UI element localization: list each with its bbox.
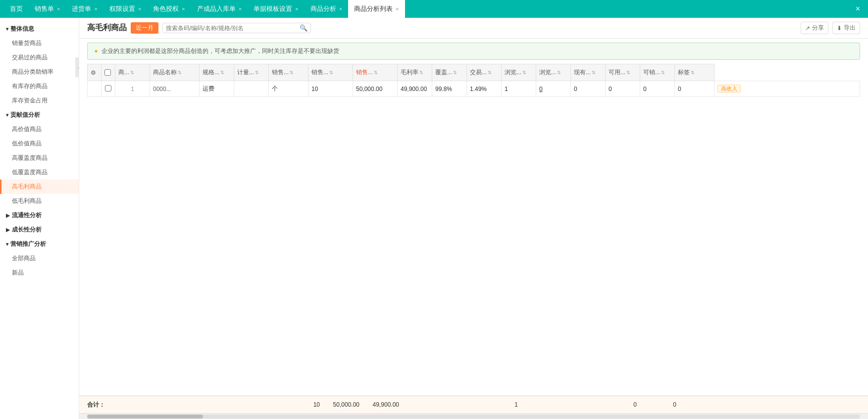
cell-sales-profit: 49,900.00 <box>398 81 432 97</box>
sidebar-item-new-goods[interactable]: 新品 <box>0 266 79 280</box>
nav-analysis-list[interactable]: 商品分析列表 × <box>348 0 405 18</box>
close-icon[interactable]: × <box>295 6 298 12</box>
close-icon[interactable]: × <box>57 6 60 12</box>
filter-recent-month-button[interactable]: 近一月 <box>131 22 158 34</box>
sidebar-item-low-coverage[interactable]: 低覆盖度商品 <box>0 165 79 180</box>
sidebar-item-high-value[interactable]: 高价值商品 <box>0 122 79 137</box>
nav-home[interactable]: 首页 <box>4 0 29 18</box>
col-available-stock[interactable]: 可用...⇅ <box>606 64 640 81</box>
chevron-down-icon: ▾ <box>6 112 8 118</box>
sort-icon: ⇅ <box>419 70 423 75</box>
sidebar-section-circulation[interactable]: ▶ 流通性分析 <box>0 208 79 223</box>
sidebar-item-low-value[interactable]: 低价值商品 <box>0 137 79 151</box>
footer-total-label: 合计： <box>87 401 127 409</box>
nav-product-inbound[interactable]: 产成品入库单 × <box>191 0 248 18</box>
close-icon[interactable]: × <box>94 6 97 12</box>
col-sales-amount[interactable]: 销售...⇅ <box>308 64 353 81</box>
nav-role[interactable]: 角色授权 × <box>147 0 191 18</box>
cell-unit: 个 <box>269 81 308 97</box>
sidebar-item-high-coverage[interactable]: 高覆盖度商品 <box>0 151 79 165</box>
footer-sales-amount: 50,000.00 <box>323 401 362 408</box>
col-spec[interactable]: 规格...⇅ <box>200 64 234 81</box>
close-icon[interactable]: × <box>182 6 185 12</box>
sort-icon: ⇅ <box>661 70 665 75</box>
sidebar-item-stock-goods[interactable]: 有库存的商品 <box>0 79 79 93</box>
col-sales-profit[interactable]: 销售...⇅ <box>353 64 398 81</box>
search-box: 🔍 <box>162 23 311 33</box>
scrollbar-thumb[interactable] <box>87 415 203 419</box>
row-checkbox[interactable] <box>105 85 111 92</box>
export-icon: ⬇ <box>837 25 842 32</box>
cell-browse1[interactable]: 0 <box>536 81 571 97</box>
sort-icon: ⇅ <box>626 70 630 75</box>
nav-sales[interactable]: 销售单 × <box>29 0 66 18</box>
horizontal-scrollbar[interactable] <box>79 413 868 419</box>
cell-coverage: 1.49% <box>467 81 502 97</box>
col-transaction[interactable]: 交易...⇅ <box>467 64 502 81</box>
sidebar-section-marketing[interactable]: ▾ 营销推广分析 <box>0 237 79 251</box>
col-browse1[interactable]: 浏览...⇅ <box>502 64 536 81</box>
cell-name-code: 0000... <box>150 81 200 97</box>
content-area: 高毛利商品 近一月 🔍 ↗ 分享 ⬇ 导出 ✦ 企业的主要的利润都是这部分商品创… <box>79 18 868 419</box>
cell-settings <box>88 81 102 97</box>
footer-sales-qty: 10 <box>283 401 323 408</box>
close-icon[interactable]: × <box>138 6 141 12</box>
sort-icon: ⇅ <box>557 70 561 75</box>
col-browse2[interactable]: 浏览...⇅ <box>536 64 571 81</box>
col-checkbox[interactable] <box>102 64 115 81</box>
close-icon[interactable]: × <box>239 6 242 12</box>
sidebar-item-category-rate[interactable]: 商品分类助销率 <box>0 65 79 79</box>
cell-product-name: 运费 <box>200 81 234 97</box>
info-icon: ✦ <box>94 48 99 55</box>
export-button[interactable]: ⬇ 导出 <box>832 22 860 34</box>
nav-template[interactable]: 单据模板设置 × <box>248 0 304 18</box>
cell-transaction: 1 <box>502 81 536 97</box>
sort-icon: ⇅ <box>329 70 333 75</box>
footer-sales-profit: 49,900.00 <box>362 401 402 408</box>
col-sales-qty[interactable]: 销售...⇅ <box>269 64 308 81</box>
col-unit[interactable]: 计量...⇅ <box>234 64 269 81</box>
cell-checkbox[interactable] <box>102 81 115 97</box>
chevron-right-icon: ▶ <box>6 227 10 233</box>
content-header: 高毛利商品 近一月 🔍 ↗ 分享 ⬇ 导出 <box>79 18 868 39</box>
close-icon[interactable]: × <box>339 6 342 12</box>
sidebar-section-overall[interactable]: ▾ 整体信息 <box>0 22 79 36</box>
col-tag[interactable]: 标签⇅ <box>675 64 715 81</box>
col-settings[interactable]: ⚙ <box>88 64 102 81</box>
sort-icon: ⇅ <box>220 70 224 75</box>
window-close-icon[interactable]: × <box>852 4 864 13</box>
sort-icon: ⇅ <box>178 70 182 75</box>
col-gross-margin[interactable]: 毛利率⇅ <box>398 64 432 81</box>
sidebar-item-low-margin[interactable]: 低毛利商品 <box>0 194 79 208</box>
footer-total-row: 合计： 10 50,000.00 49,900.00 1 0 0 <box>79 395 868 413</box>
nav-product-analysis[interactable]: 商品分析 × <box>305 0 348 18</box>
search-input[interactable] <box>166 25 300 32</box>
search-icon: 🔍 <box>300 24 307 32</box>
close-icon[interactable]: × <box>396 6 399 12</box>
col-saleable-stock[interactable]: 可销...⇅ <box>640 64 675 81</box>
sidebar-collapse-button[interactable]: « <box>75 57 79 77</box>
table-header-row: ⚙ 商...⇅ 商品名称⇅ 规格...⇅ <box>88 64 860 81</box>
sidebar-section-growth[interactable]: ▶ 成长性分析 <box>0 223 79 237</box>
cell-saleable-stock: 0 <box>675 81 715 97</box>
sidebar-section-contribution[interactable]: ▾ 贡献值分析 <box>0 108 79 122</box>
col-name[interactable]: 商品名称⇅ <box>150 64 200 81</box>
col-code[interactable]: 商...⇅ <box>115 64 150 81</box>
col-coverage[interactable]: 覆盖...⇅ <box>432 64 467 81</box>
sort-icon: ⇅ <box>130 70 134 75</box>
footer-cells: 10 50,000.00 49,900.00 1 0 0 <box>127 401 860 408</box>
nav-purchase[interactable]: 进货单 × <box>66 0 103 18</box>
nav-permission[interactable]: 权限设置 × <box>103 0 147 18</box>
footer-current-stock: 0 <box>600 401 640 408</box>
select-all-checkbox[interactable] <box>104 69 111 76</box>
sidebar-item-stock-capital[interactable]: 库存资金占用 <box>0 93 79 108</box>
sidebar-item-high-margin[interactable]: 高毛利商品 <box>0 180 79 194</box>
product-table: ⚙ 商...⇅ 商品名称⇅ 规格...⇅ <box>87 64 860 97</box>
sidebar-item-all-goods[interactable]: 全部商品 <box>0 251 79 266</box>
sidebar-item-sales-goods[interactable]: 销量货商品 <box>0 36 79 50</box>
col-current-stock[interactable]: 现有...⇅ <box>571 64 606 81</box>
share-button[interactable]: ↗ 分享 <box>801 22 828 34</box>
cell-code: 1 <box>115 81 150 97</box>
sidebar-item-traded-goods[interactable]: 交易过的商品 <box>0 50 79 65</box>
sort-icon: ⇅ <box>290 70 294 75</box>
